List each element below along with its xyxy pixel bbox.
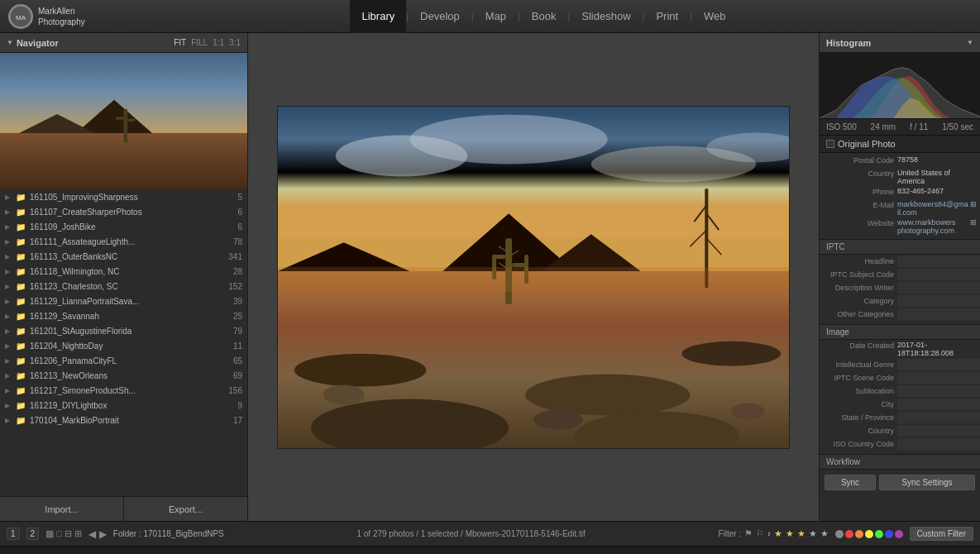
import-button[interactable]: Import... [0,497,124,521]
folder-name: 161201_StAugustineFlorida [30,327,223,336]
folder-count: 69 [226,371,242,380]
aperture-value: f / 11 [910,122,928,131]
nav-map[interactable]: Map [474,0,518,33]
color-label-yellow[interactable] [865,530,873,538]
color-label-none[interactable] [835,530,844,538]
star-1[interactable]: ★ [774,528,782,539]
folder-arrow-icon: ▶ [5,372,13,380]
next-photo-button[interactable]: ▶ [99,528,107,540]
folder-path: Folder : 170118_BigBendNPS [113,529,224,538]
folder-items-container: ▶ 📁 161105_ImprovingSharpness 5 ▶ 📁 1611… [0,189,247,427]
nav-arrows: ◀ ▶ [88,528,107,540]
export-button[interactable]: Export... [124,497,247,521]
folder-item[interactable]: ▶ 📁 161206_PanamaCityFL 65 [0,353,247,368]
color-label-blue[interactable] [885,530,893,538]
desc-writer-row: Description Writer [820,281,980,294]
folder-name: 161123_Charleston, SC [30,282,223,291]
email-copy-icon[interactable]: ⊞ [970,200,977,208]
folder-name: 161109_JoshBike [30,222,223,232]
nav-library[interactable]: Library [350,0,406,33]
nav-web[interactable]: Web [692,0,738,33]
state-province-input[interactable] [897,412,980,423]
nav-print[interactable]: Print [644,0,690,33]
folder-item[interactable]: ▶ 📁 161129_Savannah 25 [0,308,247,323]
sync-settings-button[interactable]: Sync Settings [879,475,975,490]
folder-item[interactable]: ▶ 📁 161107_CreateSharperPhotos 6 [0,204,247,219]
sync-button[interactable]: Sync [825,475,876,490]
website-value: www.markbowers photography.com [897,218,968,235]
ratio2-button[interactable]: 3:1 [229,38,241,47]
custom-filter-button[interactable]: Custom Filter [910,527,973,541]
page-num-1[interactable]: 1 [11,529,16,538]
folder-item[interactable]: ▶ 📁 161111_AssateagueLighth... 78 [0,234,247,249]
flag-filter-none[interactable]: ⚐ [756,528,764,539]
color-label-red[interactable] [845,530,853,538]
sublocation-input[interactable] [897,385,980,397]
other-categories-input[interactable] [897,308,980,320]
color-label-green[interactable] [875,530,883,538]
folder-item[interactable]: ▶ 📁 161129_LiannaPortraitSava... 39 [0,294,247,308]
headline-input[interactable] [897,256,980,267]
category-input[interactable] [897,295,980,307]
navigator-collapse-icon[interactable]: ▼ [7,39,13,46]
nav-book[interactable]: Book [520,0,568,33]
email-row: E-Mail markbowers84@gmail.com ⊞ [820,199,980,217]
survey-view-button[interactable]: ⊞ [74,528,82,539]
folder-item[interactable]: ▶ 📁 161118_Wilmington, NC 28 [0,264,247,279]
nav-develop[interactable]: Develop [409,0,471,33]
folder-item[interactable]: ▶ 📁 170104_MarkBioPortrait 17 [0,413,247,427]
iptc-subject-input[interactable] [897,269,980,280]
folder-item[interactable]: ▶ 📁 161201_StAugustineFlorida 79 [0,323,247,338]
svg-point-20 [294,353,426,386]
category-label: Category [823,297,897,305]
iso-country-input[interactable] [897,438,980,450]
page-num-2[interactable]: 2 [31,529,36,538]
shutter-value: 1/50 sec [942,122,973,131]
country2-input[interactable] [897,425,980,437]
star-5[interactable]: ★ [820,528,829,539]
folder-item[interactable]: ▶ 📁 161217_SimoneProductSh... 156 [0,383,247,398]
folder-icon: 📁 [16,208,27,217]
logo-icon: MA [8,4,33,29]
intellectual-genre-label: Intellectual Genre [823,361,897,369]
intellectual-genre-row: Intellectual Genre [820,358,980,371]
folder-item[interactable]: ▶ 📁 161123_Charleston, SC 152 [0,279,247,294]
grid-view-button[interactable]: ▦ [45,528,54,539]
iptc-subject-label: IPTC Subject Code [823,270,897,279]
loupe-view-button[interactable]: □ [56,528,62,539]
folder-arrow-icon: ▶ [5,223,13,231]
country-label: Country [823,169,897,178]
flag-filter-white[interactable]: ⚑ [744,528,753,539]
original-photo-checkbox[interactable] [826,140,834,148]
city-input[interactable] [897,399,980,410]
page-input-container: 1 [7,528,20,540]
folder-item[interactable]: ▶ 📁 161105_ImprovingSharpness 5 [0,189,247,204]
intellectual-genre-input[interactable] [897,359,980,370]
histogram-collapse-icon[interactable]: ▼ [967,39,973,46]
prev-photo-button[interactable]: ◀ [88,528,96,540]
folder-item[interactable]: ▶ 📁 161113_OuterBanksNC 341 [0,249,247,264]
star-4[interactable]: ★ [809,528,817,539]
fit-button[interactable]: FIT [174,38,186,47]
star-3[interactable]: ★ [797,528,806,539]
color-label-purple[interactable] [895,530,903,538]
iso-country-label: ISO Country Code [823,440,897,448]
state-province-row: State / Province [820,411,980,424]
folder-count: 79 [226,327,242,336]
folder-item[interactable]: ▶ 📁 161213_NewOrleans 69 [0,368,247,383]
postal-code-label: Postal Code [823,155,897,165]
folder-item[interactable]: ▶ 📁 161204_NighttoDay 11 [0,338,247,353]
nav-slideshow[interactable]: Slideshow [570,0,642,33]
star-2[interactable]: ★ [786,528,794,539]
folder-item[interactable]: ▶ 📁 161109_JoshBike 6 [0,219,247,234]
folder-item[interactable]: ▶ 📁 161219_DIYLightbox 9 [0,398,247,413]
image-section-header: Image [820,324,980,340]
desc-writer-input[interactable] [897,282,980,294]
iptc-scene-input[interactable] [897,372,980,384]
color-label-orange[interactable] [855,530,863,538]
metadata-section: Postal Code 78758 Country United States … [820,153,980,497]
ratio1-button[interactable]: 1:1 [213,38,224,47]
fill-button[interactable]: FILL [191,38,208,47]
website-copy-icon[interactable]: ⊞ [970,218,977,227]
compare-view-button[interactable]: ⊟ [65,528,72,539]
